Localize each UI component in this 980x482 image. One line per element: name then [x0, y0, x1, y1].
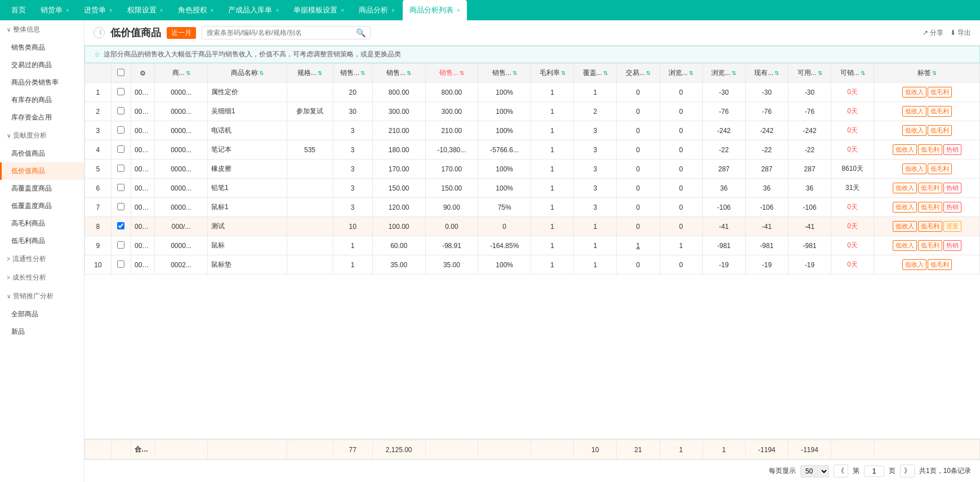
col-check[interactable] [111, 64, 131, 83]
col-cover-header[interactable]: 覆盖...⇅ [574, 64, 617, 83]
row-name: 鼠标1 [207, 198, 287, 217]
col-settings[interactable]: ⚙ [131, 64, 155, 83]
col-browse1-header[interactable]: 浏览...⇅ [660, 64, 702, 83]
nav-sales-order[interactable]: 销货单 × [34, 0, 76, 20]
row-sales-val1: 180.00 [372, 140, 425, 160]
row-checkbox[interactable] [117, 184, 124, 191]
page-number-input[interactable] [864, 466, 884, 477]
row-sales-qty: 30 [333, 102, 372, 121]
close-icon[interactable]: × [160, 7, 163, 14]
row-tags: 低收入低毛利热销 [874, 198, 980, 217]
nav-purchase-order[interactable]: 进货单 × [77, 0, 119, 20]
browse-link[interactable]: 1 [636, 242, 640, 250]
col-stock2-header[interactable]: 可用...⇅ [788, 64, 831, 83]
row-checkbox-cell[interactable] [111, 83, 131, 102]
row-sales-qty: 1 [333, 255, 372, 275]
nav-home[interactable]: 首页 [5, 0, 33, 20]
col-code-header[interactable]: 商...⇅ [155, 64, 208, 83]
select-all-checkbox[interactable] [117, 69, 124, 76]
row-code: 0000... [131, 160, 155, 179]
row-browse2: -30 [702, 83, 745, 102]
col-gross-header[interactable]: 毛利率⇅ [531, 64, 574, 83]
sidebar-item-category-rate[interactable]: 商品分类销售率 [0, 74, 84, 91]
row-checkbox-cell[interactable] [111, 236, 131, 255]
row-checkbox[interactable] [117, 145, 124, 153]
sidebar-item-low-value[interactable]: 低价值商品 [0, 162, 84, 180]
sidebar-item-traded-products[interactable]: 交易过的商品 [0, 56, 84, 74]
sidebar-item-all-products[interactable]: 全部商品 [0, 306, 84, 323]
row-checkbox-cell[interactable] [111, 198, 131, 217]
col-spec-header[interactable]: 规格...⇅ [287, 64, 333, 83]
col-sales-val3-header[interactable]: 销售...⇅ [478, 64, 531, 83]
row-checkbox[interactable] [117, 203, 124, 210]
sidebar-item-low-coverage[interactable]: 低覆盖度商品 [0, 197, 84, 215]
table-container[interactable]: ⚙ 商...⇅ 商品名称⇅ 规格...⇅ 销售...⇅ 销售...⇅ 销售...… [84, 63, 980, 439]
close-icon[interactable]: × [275, 7, 279, 14]
col-tag-header[interactable]: 标签⇅ [874, 64, 980, 83]
row-checkbox-cell[interactable] [111, 140, 131, 160]
sidebar-item-new-products[interactable]: 新品 [0, 323, 84, 341]
footer-trade: 21 [617, 440, 660, 459]
row-checkbox-cell[interactable] [111, 255, 131, 275]
row-name: 鼠标 [207, 236, 287, 255]
row-checkbox[interactable] [117, 126, 124, 134]
close-icon[interactable]: × [341, 7, 344, 14]
nav-product-analysis-list[interactable]: 商品分析列表 × [403, 0, 467, 20]
sidebar-group-contribution[interactable]: ∨ 贡献度分析 [0, 126, 84, 145]
sidebar-item-stocked-products[interactable]: 有库存的商品 [0, 91, 84, 109]
nav-template-settings[interactable]: 单据模板设置 × [287, 0, 351, 20]
row-checkbox-cell[interactable] [111, 160, 131, 179]
per-page-select[interactable]: 50 100 200 [800, 465, 829, 477]
nav-permission[interactable]: 权限设置 × [121, 0, 170, 20]
close-icon[interactable]: × [211, 7, 214, 14]
row-spec [287, 179, 333, 198]
col-sales-val1-header[interactable]: 销售...⇅ [372, 64, 425, 83]
row-checkbox[interactable] [117, 260, 124, 268]
sidebar-item-stock-capital[interactable]: 库存资金占用 [0, 109, 84, 126]
product-tag: 热销 [943, 144, 961, 155]
col-sales-qty-header[interactable]: 销售...⇅ [333, 64, 372, 83]
sidebar-group-flow[interactable]: > 流通性分析 [0, 250, 84, 268]
row-checkbox-cell[interactable] [111, 217, 131, 236]
close-icon[interactable]: × [457, 7, 460, 14]
row-checkbox[interactable] [117, 222, 124, 229]
nav-product-storage[interactable]: 产成品入库单 × [221, 0, 286, 20]
row-trade: 0 [617, 121, 660, 140]
row-checkbox-cell[interactable] [111, 102, 131, 121]
sidebar-item-high-margin[interactable]: 高毛利商品 [0, 215, 84, 232]
nav-role-auth[interactable]: 角色授权 × [171, 0, 221, 20]
col-sell-header[interactable]: 可销...⇅ [831, 64, 874, 83]
sidebar-item-sales-products[interactable]: 销售类商品 [0, 39, 84, 56]
first-page-button[interactable]: 《 [834, 465, 848, 477]
period-button[interactable]: 近一月 [167, 27, 196, 39]
sidebar-group-marketing[interactable]: ∨ 营销推广分析 [0, 287, 84, 306]
row-checkbox[interactable] [117, 88, 124, 95]
search-input[interactable] [207, 29, 353, 37]
close-icon[interactable]: × [391, 7, 395, 14]
row-code2: 0000... [155, 179, 208, 198]
col-trade-header[interactable]: 交易...⇅ [617, 64, 660, 83]
last-page-button[interactable]: 》 [900, 465, 915, 477]
nav-product-analysis[interactable]: 商品分析 × [352, 0, 402, 20]
sidebar-group-growth[interactable]: > 成长性分析 [0, 268, 84, 287]
col-stock1-header[interactable]: 现有...⇅ [745, 64, 788, 83]
row-checkbox-cell[interactable] [111, 179, 131, 198]
row-checkbox[interactable] [117, 165, 124, 172]
close-icon[interactable]: × [66, 7, 69, 14]
row-checkbox[interactable] [117, 107, 124, 114]
sidebar-group-overall[interactable]: ∨ 整体信息 [0, 20, 84, 39]
export-button[interactable]: ⬇ 导出 [950, 28, 971, 38]
row-checkbox-cell[interactable] [111, 121, 131, 140]
share-button[interactable]: ↗ 分享 [923, 28, 943, 38]
col-sales-val2-header[interactable]: 销售...⇅ [425, 64, 478, 83]
row-checkbox[interactable] [117, 241, 124, 249]
sidebar-item-low-margin[interactable]: 低毛利商品 [0, 232, 84, 250]
col-name-header[interactable]: 商品名称⇅ [207, 64, 287, 83]
sidebar-item-high-value[interactable]: 高价值商品 [0, 145, 84, 162]
col-browse2-header[interactable]: 浏览...⇅ [702, 64, 745, 83]
collapse-sidebar-button[interactable]: 《 [93, 27, 105, 38]
info-icon: ☆ [94, 51, 100, 59]
sidebar-item-high-coverage[interactable]: 高覆盖度商品 [0, 180, 84, 197]
close-icon[interactable]: × [109, 7, 113, 14]
settings-icon[interactable]: ⚙ [140, 69, 146, 77]
